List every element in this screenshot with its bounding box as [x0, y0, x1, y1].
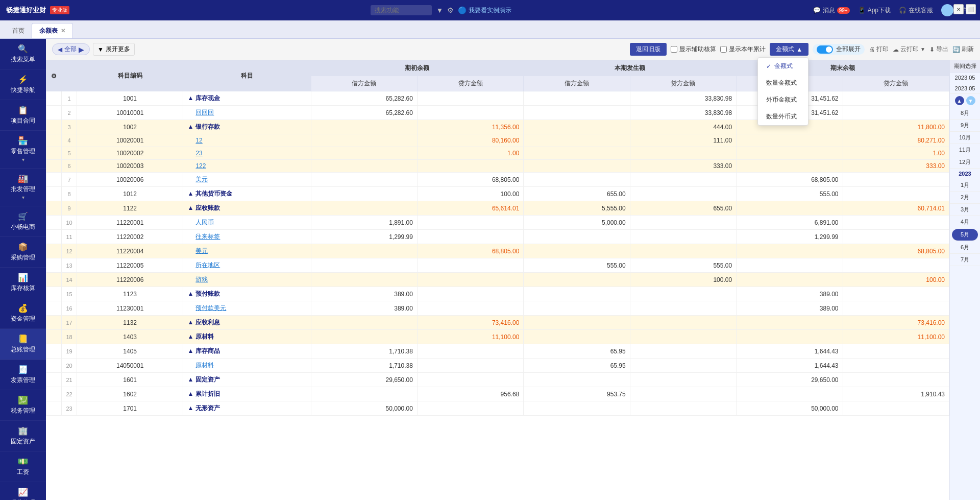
period-jul[interactable]: 7月 [950, 254, 980, 266]
row-name-cell[interactable]: 美元 [183, 173, 311, 187]
table-row[interactable]: 2 10010001 回回回 65,282.60 33,830.98 31,45… [46, 106, 949, 120]
amount-type-btn[interactable]: 金额式 ▲ [770, 43, 808, 56]
row-name-cell[interactable]: 美元 [183, 244, 311, 258]
print-btn[interactable]: 🖨 打印 [869, 45, 889, 54]
sidebar-item-assets[interactable]: 🏢 固定资产 [0, 421, 46, 451]
expand-more-btn[interactable]: ▼ 展开更多 [93, 43, 135, 56]
refresh-btn[interactable]: 🔄 刷新 [952, 45, 974, 54]
demo-link[interactable]: 🔵 我要看实例演示 [458, 6, 511, 15]
export-btn[interactable]: ⬇ 导出 [929, 45, 948, 54]
auxiliary-checkbox-input[interactable] [671, 46, 677, 53]
table-row[interactable]: 7 10020006 美元 68,805.00 68,805.00 [46, 173, 949, 187]
period-mar[interactable]: 3月 [950, 204, 980, 216]
dropdown-item-qty-amount[interactable]: 数量金额式 [758, 75, 808, 91]
tab-balance-sheet[interactable]: 余额表 ✕ [32, 23, 73, 38]
table-row[interactable]: 20 14050001 原材料 1,710.38 65.95 1,644.43 [46, 359, 949, 373]
table-row[interactable]: 1 1001 ▲ 库存现金 65,282.60 33,830.98 31,451… [46, 91, 949, 106]
period-jun[interactable]: 6月 [950, 242, 980, 254]
table-row[interactable]: 6 10020003 122 333.00 333.00 [46, 160, 949, 173]
tab-close-btn[interactable]: ✕ [61, 28, 65, 34]
row-name-cell[interactable]: 122 [183, 160, 311, 173]
row-name-cell[interactable]: 23 [183, 147, 311, 160]
period-apr[interactable]: 4月 [950, 216, 980, 228]
period-prev-btn[interactable]: ▲ [955, 96, 964, 105]
ytd-checkbox-input[interactable] [720, 46, 727, 53]
maximize-btn[interactable]: ⬜ [966, 4, 976, 14]
row-name-cell[interactable]: 原材料 [183, 359, 311, 373]
table-row[interactable]: 5 10020002 23 1.00 1.00 [46, 147, 949, 160]
sidebar-item-wholesale[interactable]: 🏭 批发管理 ▾ [0, 169, 46, 206]
sidebar-item-quick-nav[interactable]: ⚡ 快捷导航 [0, 69, 46, 100]
period-item-start[interactable]: 2023.05 [950, 73, 980, 83]
sidebar-item-ecommerce[interactable]: 🛒 小畅电商 [0, 206, 46, 237]
period-nov[interactable]: 11月 [950, 144, 980, 156]
period-next-btn[interactable]: ▼ [966, 96, 975, 105]
row-code-cell: 11220001 [77, 216, 183, 230]
sidebar-item-ledger[interactable]: 📒 总账管理 [0, 329, 46, 360]
dropdown-item-amount[interactable]: 金额式 [758, 58, 808, 75]
settings-icon[interactable]: ⚙ [447, 6, 454, 14]
sidebar-item-project[interactable]: 📋 项目合同 [0, 100, 46, 131]
period-aug[interactable]: 8月 [950, 107, 980, 120]
sidebar-item-retail[interactable]: 🏪 零售管理 ▾ [0, 131, 46, 169]
table-row[interactable]: 8 1012 ▲ 其他货币资金 100.00 655.00 555.00 [46, 187, 949, 201]
sidebar-item-tax[interactable]: 💹 税务管理 [0, 390, 46, 421]
table-row[interactable]: 16 11230001 预付款美元 389.00 389.00 [46, 301, 949, 316]
sidebar-item-search[interactable]: 🔍 搜索菜单 [0, 39, 46, 69]
table-row[interactable]: 22 1602 ▲ 累计折旧 956.68 953.75 1,910.43 [46, 387, 949, 401]
period-feb[interactable]: 2月 [950, 192, 980, 204]
table-row[interactable]: 13 11220005 所在地区 555.00 555.00 [46, 258, 949, 273]
row-name-cell[interactable]: 回回回 [183, 106, 311, 120]
sidebar-item-operations[interactable]: 📈 经营管理 [0, 482, 46, 500]
tab-home[interactable]: 首页 [5, 23, 32, 38]
table-row[interactable]: 9 1122 ▲ 应收账款 65,614.01 5,555.00 655.00 … [46, 201, 949, 216]
top-search-input[interactable] [371, 5, 432, 15]
expand-all-toggle[interactable]: 全部展开 [813, 44, 865, 55]
dropdown-item-fx-amount[interactable]: 外币金额式 [758, 91, 808, 108]
app-download-btn[interactable]: 📱 App下载 [858, 6, 891, 15]
return-old-version-btn[interactable]: 退回旧版 [630, 43, 667, 56]
table-row[interactable]: 21 1601 ▲ 固定资产 29,650.00 29,650.00 [46, 373, 949, 387]
row-settings-cell [46, 301, 62, 316]
table-row[interactable]: 18 1403 ▲ 原材料 11,100.00 11,100.00 [46, 330, 949, 344]
message-btn[interactable]: 💬 消息 99+ [813, 6, 850, 15]
row-name-cell[interactable]: 往来标签 [183, 230, 311, 244]
sidebar-item-purchase[interactable]: 📦 采购管理 [0, 237, 46, 268]
show-ytd-checkbox[interactable]: 显示本年累计 [720, 45, 766, 54]
cloud-print-btn[interactable]: ☁ 云打印 ▼ [893, 45, 925, 54]
period-oct[interactable]: 10月 [950, 132, 980, 144]
period-item-end[interactable]: 2023.05 [950, 83, 980, 94]
row-name-cell[interactable]: 人民币 [183, 216, 311, 230]
online-service-btn[interactable]: 🎧 在线客服 [899, 6, 933, 15]
table-row[interactable]: 14 11220006 游戏 100.00 100.00 [46, 273, 949, 287]
row-name-cell[interactable]: 所在地区 [183, 258, 311, 273]
row-name-cell[interactable]: 12 [183, 134, 311, 147]
period-may[interactable]: 5月 [952, 229, 978, 241]
period-sep[interactable]: 9月 [950, 120, 980, 132]
table-row[interactable]: 19 1405 ▲ 库存商品 1,710.38 65.95 1,644.43 [46, 344, 949, 359]
table-row[interactable]: 17 1132 ▲ 应收利息 73,416.00 73,416.00 [46, 316, 949, 330]
th-settings[interactable]: ⚙ [46, 61, 62, 91]
table-row[interactable]: 10 11220001 人民币 1,891.00 5,000.00 6,891.… [46, 216, 949, 230]
row-closing-debit [737, 258, 843, 273]
table-row[interactable]: 23 1701 ▲ 无形资产 50,000.00 50,000.00 [46, 401, 949, 416]
row-name-cell[interactable]: 游戏 [183, 273, 311, 287]
table-row[interactable]: 15 1123 ▲ 预付账款 389.00 389.00 [46, 287, 949, 301]
period-jan[interactable]: 1月 [950, 179, 980, 192]
row-name-cell[interactable]: 预付款美元 [183, 301, 311, 316]
minimize-btn[interactable]: ✕ [953, 4, 964, 14]
sidebar-item-inventory[interactable]: 📊 库存核算 [0, 268, 46, 298]
table-row[interactable]: 3 1002 ▲ 银行存款 11,356.00 444.00 11,800.00 [46, 120, 949, 134]
table-row[interactable]: 4 10020001 12 80,160.00 111.00 80,271.00 [46, 134, 949, 147]
sidebar-item-finance[interactable]: 💰 资金管理 [0, 298, 46, 329]
table-row[interactable]: 12 11220004 美元 68,805.00 68,805.00 [46, 244, 949, 258]
table-row[interactable]: 11 11220002 往来标签 1,299.99 1,299.99 [46, 230, 949, 244]
show-auxiliary-checkbox[interactable]: 显示辅助核算 [671, 45, 716, 54]
filter-all-btn[interactable]: ◀ 全部 ▶ [52, 43, 90, 55]
sidebar-item-invoice[interactable]: 🧾 发票管理 [0, 360, 46, 390]
row-closing-debit [737, 201, 843, 216]
period-dec[interactable]: 12月 [950, 156, 980, 169]
dropdown-item-qty-fx[interactable]: 数量外币式 [758, 108, 808, 125]
sidebar-item-payroll[interactable]: 💵 工资 [0, 451, 46, 482]
row-code-cell: 1403 [77, 330, 183, 344]
